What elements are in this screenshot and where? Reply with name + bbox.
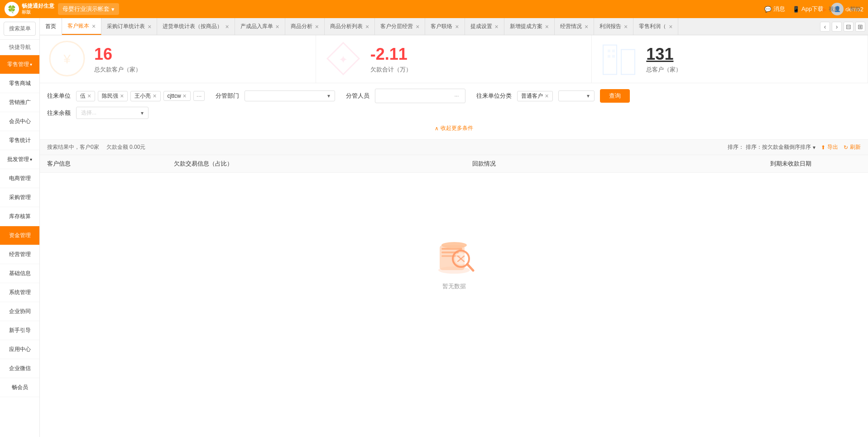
- sidebar-item-retail-mall[interactable]: 零售商城: [0, 74, 39, 93]
- close-tab-icon[interactable]: ×: [276, 24, 279, 30]
- dept-select[interactable]: ▾: [245, 90, 335, 101]
- close-tab-icon[interactable]: ×: [365, 24, 369, 30]
- tab-purchase-orders[interactable]: 采购订单统计表 ×: [101, 18, 157, 35]
- tab-minimize-btn[interactable]: ⊟: [844, 22, 854, 32]
- person-select[interactable]: ···: [375, 89, 465, 103]
- tab-scroll-right-btn[interactable]: ›: [832, 22, 842, 32]
- refresh-btn[interactable]: ↻ 刷新: [844, 143, 861, 151]
- sidebar-item-basic-info[interactable]: 基础信息: [0, 264, 39, 283]
- tab-promo-settings[interactable]: 提成设置 ×: [465, 18, 504, 35]
- tab-new-promo[interactable]: 新增提成方案 ×: [504, 18, 555, 35]
- sidebar-item-label: 采购管理: [9, 194, 31, 200]
- sidebar-item-label: 零售统计: [9, 137, 31, 143]
- tab-retail-profit[interactable]: 零售利润（ ×: [633, 18, 678, 35]
- sort-select[interactable]: 排序： 排序：按欠款金额倒序排序 ▾: [728, 143, 815, 151]
- close-tab-icon[interactable]: ×: [495, 24, 499, 30]
- sidebar-item-label: 资金管理: [9, 232, 31, 238]
- tag-text: 陈民强: [102, 92, 118, 100]
- tab-label: 提成设置: [470, 23, 492, 30]
- filter-row-2: 往来余额 选择... ▾: [47, 107, 861, 119]
- sidebar-item-retail-mgmt[interactable]: 零售管理 ▾: [0, 55, 39, 74]
- message-btn[interactable]: 💬 消息: [764, 5, 785, 13]
- sidebar-item-enterprise-collab[interactable]: 企业协同: [0, 302, 39, 321]
- more-tags-btn[interactable]: ···: [193, 91, 205, 101]
- quick-nav-button[interactable]: 快捷导航: [0, 40, 39, 55]
- sidebar-item-finance[interactable]: 资金管理: [0, 226, 39, 245]
- tab-biz-status[interactable]: 经营情况 ×: [555, 18, 594, 35]
- message-icon: 💬: [764, 6, 772, 13]
- sidebar-item-retail-stats[interactable]: 零售统计: [0, 131, 39, 150]
- sidebar-item-enterprise-wechat[interactable]: 企业微信: [0, 359, 39, 378]
- sidebar-item-newbie-guide[interactable]: 新手引导: [0, 321, 39, 340]
- sort-label: 排序：: [728, 143, 744, 151]
- tag-text: 王小亮: [134, 92, 151, 100]
- close-tab-icon[interactable]: ×: [148, 24, 151, 30]
- close-tab-icon[interactable]: ×: [669, 24, 672, 30]
- result-count: 搜索结果中，客户0家: [47, 143, 99, 151]
- tag-close-btn[interactable]: ×: [87, 92, 91, 100]
- tag-close-btn[interactable]: ×: [545, 92, 548, 100]
- close-tab-icon[interactable]: ×: [585, 24, 588, 30]
- filter-tag-wu: 伍 ×: [76, 91, 95, 101]
- col-debt-info: 欠款交易信息（占比）: [174, 160, 472, 168]
- sidebar-item-purchase[interactable]: 采购管理: [0, 188, 39, 207]
- tab-product-analysis-list[interactable]: 商品分析列表 ×: [325, 18, 375, 35]
- category-filter-label: 往来单位分类: [476, 92, 512, 100]
- stat-total-debt-amount: ✦ -2.11 欠款合计（万）: [316, 35, 592, 83]
- sidebar-item-inventory[interactable]: 库存核算: [0, 207, 39, 226]
- app-download-btn[interactable]: 📱 App下载: [792, 5, 824, 13]
- tag-text: 伍: [80, 92, 86, 100]
- results-summary: 搜索结果中，客户0家 欠款金额 0.00元: [47, 143, 145, 151]
- sidebar-item-label: 新手引导: [9, 327, 31, 333]
- sidebar-item-operations[interactable]: 经营管理: [0, 245, 39, 264]
- stat-value-total: 131: [646, 44, 681, 64]
- sidebar-item-ecommerce[interactable]: 电商管理: [0, 169, 39, 188]
- logo-area: 🍀 畅捷通好生意 标版: [5, 2, 54, 16]
- sidebar-item-label: 库存核算: [9, 213, 31, 219]
- category-select[interactable]: ▾: [558, 90, 595, 101]
- tab-home[interactable]: 首页: [40, 18, 62, 35]
- sidebar-item-app-center[interactable]: 应用中心: [0, 340, 39, 359]
- sidebar-item-label: 电商管理: [9, 175, 31, 181]
- tab-incoming-stats[interactable]: 进货单统计表（按商品） ×: [157, 18, 235, 35]
- tab-product-analysis[interactable]: 商品分析 ×: [285, 18, 325, 35]
- sidebar-item-chang-member[interactable]: 畅会员: [0, 378, 39, 397]
- tab-customer-segment[interactable]: 客户分层经营 ×: [375, 18, 425, 35]
- balance-select[interactable]: 选择... ▾: [76, 107, 149, 119]
- close-tab-icon[interactable]: ×: [416, 24, 419, 30]
- collapse-filters-btn[interactable]: ∧ 收起更多条件: [47, 123, 861, 134]
- tag-close-btn[interactable]: ×: [183, 92, 187, 100]
- query-button[interactable]: 查询: [600, 89, 630, 103]
- tab-maximize-btn[interactable]: ⊞: [855, 22, 865, 32]
- empty-text: 暂无数据: [442, 282, 466, 290]
- tab-customer-accounts[interactable]: 客户账本 ×: [62, 18, 101, 35]
- refresh-icon: ↻: [844, 144, 848, 151]
- export-btn[interactable]: ⬆ 导出: [821, 143, 838, 151]
- close-tab-icon[interactable]: ×: [455, 24, 459, 30]
- close-tab-icon[interactable]: ×: [624, 24, 628, 30]
- close-tab-icon[interactable]: ×: [92, 23, 96, 29]
- search-menu-button[interactable]: 搜索菜单: [4, 22, 36, 36]
- sidebar-item-wholesale[interactable]: 批发管理 ▾: [0, 150, 39, 169]
- close-tab-icon[interactable]: ×: [315, 24, 319, 30]
- close-tab-icon[interactable]: ×: [225, 24, 229, 30]
- tab-product-inbound[interactable]: 产成品入库单 ×: [235, 18, 285, 35]
- industry-selector[interactable]: 母婴行业演示帐套 ▾: [58, 3, 119, 15]
- tag-close-btn[interactable]: ×: [153, 92, 156, 100]
- sidebar-item-label: 企业微信: [9, 365, 31, 371]
- home-tab-label: 首页: [45, 23, 56, 30]
- tab-scroll-left-btn[interactable]: ‹: [820, 22, 830, 32]
- tab-customer-contact[interactable]: 客户联络 ×: [425, 18, 465, 35]
- sidebar-item-member-center[interactable]: 会员中心: [0, 112, 39, 131]
- sidebar-item-marketing[interactable]: 营销推广: [0, 93, 39, 112]
- chevron-icon: ▾: [30, 157, 32, 162]
- tab-profit-report[interactable]: 利润报告 ×: [594, 18, 633, 35]
- more-dots-icon[interactable]: ···: [452, 91, 460, 101]
- close-tab-icon[interactable]: ×: [545, 24, 549, 30]
- table-header: 客户信息 欠款交易信息（占比） 回款情况 到期未收款日期: [40, 155, 868, 173]
- tag-close-btn[interactable]: ×: [120, 92, 124, 100]
- tag-text: 普通客户: [521, 92, 543, 100]
- tab-label: 产成品入库单: [240, 23, 273, 30]
- results-info-bar: 搜索结果中，客户0家 欠款金额 0.00元 排序： 排序：按欠款金额倒序排序 ▾…: [40, 140, 868, 155]
- sidebar-item-system[interactable]: 系统管理: [0, 283, 39, 302]
